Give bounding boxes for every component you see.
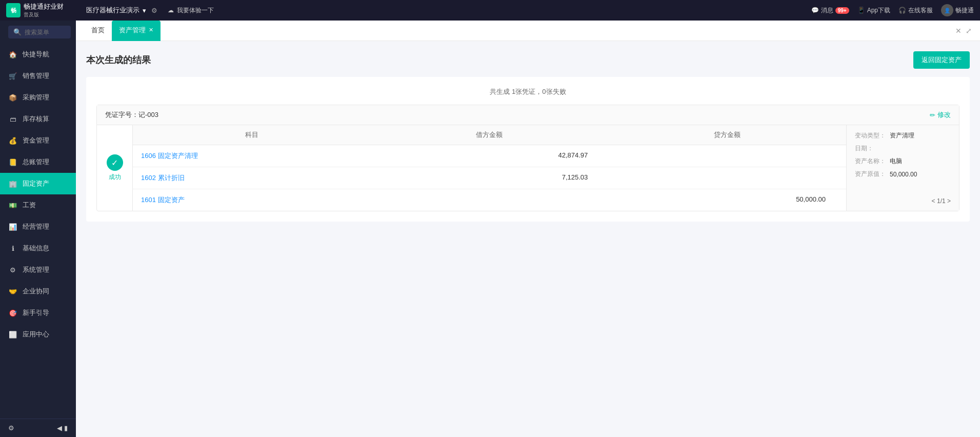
panel-pagination[interactable]: < 1/1 > xyxy=(855,197,951,205)
sidebar-item-quick-nav[interactable]: 🏠 快捷导航 xyxy=(0,44,76,65)
user-menu[interactable]: 👤 畅捷通 xyxy=(941,4,974,16)
row2-subject[interactable]: 1602 累计折旧 xyxy=(133,167,371,189)
logo-icon: 畅 xyxy=(6,3,21,17)
sidebar-item-inventory[interactable]: 🗃 库存核算 xyxy=(0,108,76,130)
sidebar-item-label: 固定资产 xyxy=(23,179,49,188)
voucher-body: ✓ 成功 科目 借方金额 贷方金额 xyxy=(97,125,959,211)
result-summary: 共生成 1张凭证，0张失败 xyxy=(96,87,959,96)
experience-btn[interactable]: ☁ 我要体验一下 xyxy=(168,6,214,15)
search-box[interactable]: 🔍 xyxy=(8,26,71,38)
sidebar-item-apps[interactable]: ⬜ 应用中心 xyxy=(0,324,76,345)
messages-btn[interactable]: 💬 消息 99+ xyxy=(811,6,849,15)
sidebar-item-label: 库存核算 xyxy=(23,114,49,124)
row1-credit xyxy=(608,145,846,167)
sidebar-item-salary[interactable]: 💵 工资 xyxy=(0,194,76,216)
purchase-icon: 📦 xyxy=(8,93,17,102)
messages-badge: 99+ xyxy=(835,7,849,14)
avatar: 👤 xyxy=(941,4,953,16)
success-icon: ✓ xyxy=(107,154,123,171)
app-edition: 普及版 xyxy=(24,11,64,18)
money-icon: 💰 xyxy=(8,136,17,145)
next-page-icon[interactable]: > xyxy=(947,197,951,205)
search-input[interactable] xyxy=(25,29,66,36)
table-row: 1601 固定资产 50,000.00 xyxy=(133,189,846,211)
panel-change-type: 变动类型： 资产清理 xyxy=(855,131,951,140)
prev-page-icon[interactable]: < xyxy=(932,197,935,205)
expand-icon[interactable]: ⤢ xyxy=(966,27,972,35)
company-selector[interactable]: 医疗器械行业演示 ▾ ⚙ xyxy=(86,6,157,15)
sidebar-item-collab[interactable]: 🤝 企业协同 xyxy=(0,281,76,302)
settings-bottom-icon[interactable]: ⚙ xyxy=(8,424,14,432)
panel-original-value: 资产原值： 50,000.00 xyxy=(855,170,951,178)
headset-icon: 🎧 xyxy=(898,7,906,14)
success-label: 成功 xyxy=(109,173,121,182)
tab-asset-management[interactable]: 资产管理 ✕ xyxy=(112,21,161,41)
message-icon: 💬 xyxy=(811,7,819,14)
settings-icon[interactable]: ⚙ xyxy=(151,7,157,14)
sidebar-item-ledger[interactable]: 📒 总账管理 xyxy=(0,151,76,173)
content-area: 首页 资产管理 ✕ ✕ ⤢ 本次生成的结果 返回固定资产 共生成 1张凭证，0张… xyxy=(76,21,980,437)
tab-asset-label: 资产管理 xyxy=(119,26,146,35)
col-header-subject: 科目 xyxy=(133,125,371,145)
close-panel-icon[interactable]: ✕ xyxy=(955,27,962,35)
tab-home[interactable]: 首页 xyxy=(84,21,112,41)
date-label: 日期： xyxy=(855,144,873,153)
table-header: 科目 借方金额 贷方金额 xyxy=(133,125,846,145)
online-service-btn[interactable]: 🎧 在线客服 xyxy=(898,6,933,15)
chevron-down-icon: ▾ xyxy=(143,7,146,14)
experience-label: 我要体验一下 xyxy=(177,6,214,15)
voucher-block: 凭证字号：记-003 ✏ 修改 ✓ 成功 xyxy=(96,105,959,211)
sidebar-item-label: 经营管理 xyxy=(23,222,49,231)
sidebar-search-item[interactable]: 🔍 xyxy=(0,21,76,44)
search-icon: 🔍 xyxy=(13,28,22,36)
sidebar-scroll: 🔍 🏠 快捷导航 🛒 销售管理 📦 采购管理 🗃 库存核算 xyxy=(0,21,76,419)
edit-icon: ✏ xyxy=(930,111,935,119)
sidebar-item-funds[interactable]: 💰 资金管理 xyxy=(0,130,76,151)
change-type-label: 变动类型： xyxy=(855,131,886,140)
voucher-table: 科目 借方金额 贷方金额 1606 固定资产清理 42,874.97 xyxy=(133,125,846,211)
page-indicator: 1/1 xyxy=(937,197,947,205)
row3-credit: 50,000.00 xyxy=(608,189,846,211)
ledger-icon: 📒 xyxy=(8,157,17,167)
inventory-icon: 🗃 xyxy=(8,114,17,124)
asset-icon: 🏢 xyxy=(8,179,17,188)
cart-icon: 🛒 xyxy=(8,71,17,81)
apps-icon: ⬜ xyxy=(8,330,17,339)
panel-date: 日期： xyxy=(855,144,951,153)
return-to-fixed-assets-button[interactable]: 返回固定资产 xyxy=(913,51,970,69)
sidebar-item-fixed-assets[interactable]: 🏢 固定资产 xyxy=(0,173,76,194)
asset-name-label: 资产名称： xyxy=(855,157,886,166)
voucher-right-panel: 变动类型： 资产清理 日期： 资产名称： 电脑 xyxy=(846,125,959,211)
original-value-value: 50,000.00 xyxy=(890,171,917,178)
collapse-icon[interactable]: ◀ ▮ xyxy=(57,424,68,432)
table-row: 1602 累计折旧 7,125.03 xyxy=(133,167,846,189)
app-logo: 畅 畅捷通好业财 普及版 xyxy=(6,2,82,18)
change-type-value: 资产清理 xyxy=(890,131,914,140)
sidebar: 🔍 🏠 快捷导航 🛒 销售管理 📦 采购管理 🗃 库存核算 xyxy=(0,21,76,437)
sidebar-item-label: 工资 xyxy=(23,201,36,210)
page-content: 本次生成的结果 返回固定资产 共生成 1张凭证，0张失败 凭证字号：记-003 … xyxy=(76,41,980,437)
row3-subject[interactable]: 1601 固定资产 xyxy=(133,189,371,211)
guide-icon: 🎯 xyxy=(8,308,17,317)
online-service-label: 在线客服 xyxy=(908,6,933,15)
sidebar-item-label: 销售管理 xyxy=(23,71,49,81)
row1-debit: 42,874.97 xyxy=(371,145,609,167)
sidebar-item-system[interactable]: ⚙ 系统管理 xyxy=(0,259,76,281)
voucher-status-col: ✓ 成功 xyxy=(97,125,133,211)
sidebar-item-basic-info[interactable]: ℹ 基础信息 xyxy=(0,237,76,259)
sidebar-item-guide[interactable]: 🎯 新手引导 xyxy=(0,302,76,324)
sidebar-item-sales[interactable]: 🛒 销售管理 xyxy=(0,65,76,87)
sidebar-item-purchase[interactable]: 📦 采购管理 xyxy=(0,87,76,108)
app-download-btn[interactable]: 📱 App下载 xyxy=(857,6,890,15)
tab-close-icon[interactable]: ✕ xyxy=(149,27,153,33)
salary-icon: 💵 xyxy=(8,201,17,210)
settings-icon: ⚙ xyxy=(8,265,17,274)
sidebar-item-management[interactable]: 📊 经营管理 xyxy=(0,216,76,237)
page-header: 本次生成的结果 返回固定资产 xyxy=(86,51,970,69)
row1-subject[interactable]: 1606 固定资产清理 xyxy=(133,145,371,167)
row3-debit xyxy=(371,189,609,211)
row2-debit: 7,125.03 xyxy=(371,167,609,189)
panel-asset-name: 资产名称： 电脑 xyxy=(855,157,951,166)
edit-button[interactable]: ✏ 修改 xyxy=(930,110,951,120)
sidebar-bottom: ⚙ ◀ ▮ xyxy=(0,419,76,437)
